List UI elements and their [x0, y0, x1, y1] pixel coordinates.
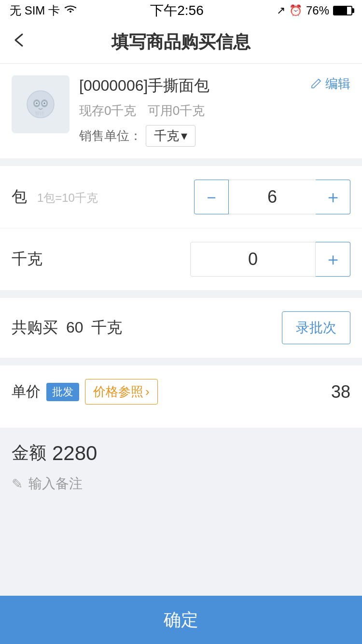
battery-icon	[333, 6, 352, 15]
product-name: [0000006]手撕面包	[79, 75, 209, 97]
amount-value: 2280	[52, 442, 97, 465]
amount-row: 金额 2280	[12, 441, 350, 465]
quantity-section: 包 1包=10千克 － ＋ 千克 ＋	[0, 166, 362, 290]
bao-minus-button[interactable]: －	[194, 180, 229, 214]
nav-bar: 填写商品购买信息	[0, 21, 362, 64]
bao-quantity-input[interactable]	[229, 180, 316, 214]
svg-point-6	[43, 102, 45, 104]
price-ref-button[interactable]: 价格参照 ›	[85, 379, 158, 405]
svg-text:智计: 智计	[35, 111, 44, 116]
unit-select[interactable]: 千克 ▾	[146, 125, 195, 147]
product-unit: 销售单位： 千克 ▾	[79, 125, 350, 147]
status-left: 无 SIM 卡	[10, 3, 77, 18]
kg-label: 千克	[12, 249, 190, 270]
status-bar: 无 SIM 卡 下午2:56 ↗ ⏰ 76%	[0, 0, 362, 21]
kg-quantity-control: ＋	[190, 242, 350, 277]
confirm-button[interactable]: 确定	[164, 608, 198, 632]
amount-section: 金额 2280 ✎ 输入备注	[0, 428, 362, 503]
dropdown-icon: ▾	[181, 128, 187, 143]
kg-quantity-input[interactable]	[190, 242, 316, 277]
product-image: 智计	[12, 75, 70, 133]
alarm-icon: ⏰	[289, 4, 302, 17]
price-row: 单价 批发 价格参照 › 38	[12, 379, 350, 405]
bao-row: 包 1包=10千克 － ＋	[0, 166, 362, 228]
carrier-text: 无 SIM 卡	[10, 3, 60, 18]
pifa-badge: 批发	[46, 383, 79, 401]
svg-point-5	[36, 102, 38, 104]
bao-quantity-control: － ＋	[194, 180, 350, 214]
kg-plus-button[interactable]: ＋	[316, 242, 350, 277]
price-label: 单价 批发 价格参照 ›	[12, 379, 158, 405]
pencil-icon: ✎	[12, 476, 23, 492]
remark-row[interactable]: ✎ 输入备注	[12, 475, 350, 493]
status-time: 下午2:56	[150, 1, 204, 20]
wifi-icon	[64, 4, 77, 17]
confirm-bar[interactable]: 确定	[0, 596, 362, 644]
edit-button[interactable]: 编辑	[310, 75, 350, 92]
back-button[interactable]	[12, 29, 25, 55]
bao-label: 包 1包=10千克	[12, 186, 194, 208]
page-title: 填写商品购买信息	[111, 30, 251, 54]
product-stock: 现存0千克 可用0千克	[79, 102, 350, 119]
total-section: 共购买 60 千克 录批次	[0, 298, 362, 358]
batch-button[interactable]: 录批次	[282, 311, 350, 344]
total-text: 共购买 60 千克	[12, 317, 122, 338]
price-value: 38	[331, 382, 350, 402]
remark-label: 输入备注	[28, 475, 83, 493]
product-info: [0000006]手撕面包 编辑 现存0千克 可用0千克 销售单位： 千克 ▾	[79, 75, 350, 147]
kg-row: 千克 ＋	[0, 228, 362, 290]
price-section: 单价 批发 价格参照 › 38	[0, 365, 362, 428]
location-icon: ↗	[277, 4, 285, 17]
battery-percent: 76%	[306, 4, 329, 17]
product-card: 智计 [0000006]手撕面包 编辑 现存0千克 可用0千克 销售单位： 千克…	[0, 64, 362, 158]
bao-plus-button[interactable]: ＋	[316, 180, 350, 214]
chevron-right-icon: ›	[145, 384, 150, 399]
status-right: ↗ ⏰ 76%	[277, 4, 352, 17]
